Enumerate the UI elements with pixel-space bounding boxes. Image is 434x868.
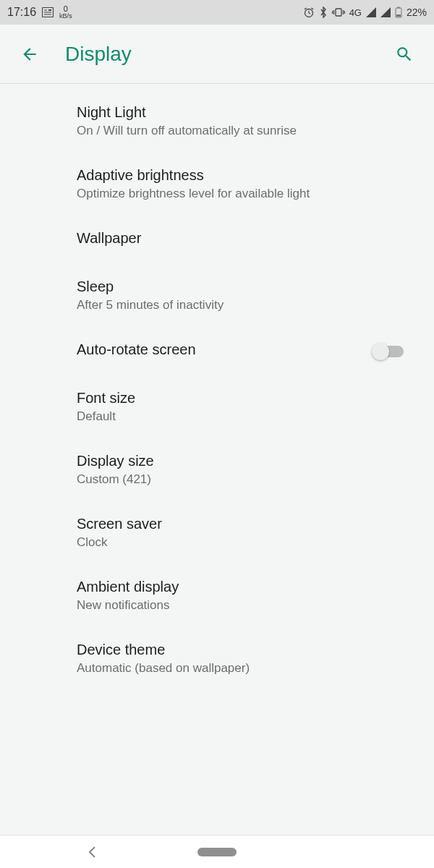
setting-text: Display sizeCustom (421) bbox=[77, 453, 417, 487]
setting-title: Ambient display bbox=[77, 579, 417, 595]
setting-text: Wallpaper bbox=[77, 230, 417, 250]
setting-text: Screen saverClock bbox=[77, 516, 417, 550]
setting-title: Auto-rotate screen bbox=[77, 341, 373, 358]
svg-rect-16 bbox=[397, 7, 399, 9]
toggle-switch[interactable] bbox=[373, 346, 404, 357]
back-button[interactable] bbox=[14, 39, 45, 69]
settings-list: Night LightOn / Will turn off automatica… bbox=[0, 84, 434, 696]
signal-icon-2 bbox=[380, 7, 391, 17]
setting-title: Sleep bbox=[77, 278, 417, 295]
setting-item[interactable]: Font sizeDefault bbox=[0, 375, 434, 438]
battery-percent: 22% bbox=[407, 7, 427, 18]
toggle-thumb bbox=[372, 343, 389, 360]
setting-item[interactable]: SleepAfter 5 minutes of inactivity bbox=[0, 264, 434, 327]
svg-line-8 bbox=[305, 8, 307, 9]
svg-line-9 bbox=[311, 8, 313, 9]
setting-item[interactable]: Auto-rotate screen bbox=[0, 327, 434, 375]
setting-text: SleepAfter 5 minutes of inactivity bbox=[77, 278, 417, 312]
nav-back-button[interactable] bbox=[87, 846, 97, 859]
setting-subtitle: After 5 minutes of inactivity bbox=[77, 298, 417, 312]
page-title: Display bbox=[65, 43, 389, 66]
status-left: 17:16 0 kB/s bbox=[7, 5, 72, 20]
setting-subtitle: Default bbox=[77, 409, 417, 424]
setting-item[interactable]: Screen saverClock bbox=[0, 501, 434, 564]
bluetooth-icon bbox=[319, 7, 328, 18]
setting-subtitle: Clock bbox=[77, 535, 417, 550]
setting-item[interactable]: Adaptive brightnessOptimize brightness l… bbox=[0, 153, 434, 216]
svg-rect-10 bbox=[336, 9, 341, 16]
setting-item[interactable]: Ambient displayNew notifications bbox=[0, 564, 434, 627]
setting-title: Font size bbox=[77, 390, 417, 407]
setting-item[interactable]: Display sizeCustom (421) bbox=[0, 438, 434, 501]
navigation-bar bbox=[0, 835, 434, 868]
network-label: 4G bbox=[349, 7, 362, 18]
setting-text: Ambient displayNew notifications bbox=[77, 579, 417, 613]
nav-home-pill[interactable] bbox=[197, 848, 237, 856]
setting-text: Auto-rotate screen bbox=[77, 341, 373, 361]
setting-item[interactable]: Device themeAutomatic (based on wallpape… bbox=[0, 627, 434, 690]
svg-rect-4 bbox=[48, 9, 51, 11]
setting-subtitle: New notifications bbox=[77, 598, 417, 613]
setting-title: Device theme bbox=[77, 642, 417, 658]
battery-icon bbox=[395, 7, 402, 18]
setting-item[interactable]: Wallpaper bbox=[0, 216, 434, 264]
news-icon bbox=[42, 7, 54, 17]
setting-subtitle: Custom (421) bbox=[77, 472, 417, 487]
search-button[interactable] bbox=[389, 39, 420, 69]
svg-line-7 bbox=[309, 13, 310, 14]
alarm-icon bbox=[303, 7, 315, 18]
setting-title: Display size bbox=[77, 453, 417, 469]
setting-title: Wallpaper bbox=[77, 230, 417, 247]
setting-title: Adaptive brightness bbox=[77, 167, 417, 184]
status-bar: 17:16 0 kB/s 4G 22% bbox=[0, 0, 434, 25]
signal-icon-1 bbox=[366, 7, 376, 17]
setting-subtitle: Automatic (based on wallpaper) bbox=[77, 661, 417, 676]
setting-text: Night LightOn / Will turn off automatica… bbox=[77, 104, 417, 138]
status-time: 17:16 bbox=[7, 6, 36, 19]
setting-subtitle: On / Will turn off automatically at sunr… bbox=[77, 124, 417, 138]
svg-rect-17 bbox=[396, 14, 401, 17]
setting-text: Device themeAutomatic (based on wallpape… bbox=[77, 642, 417, 676]
setting-text: Font sizeDefault bbox=[77, 390, 417, 424]
setting-title: Night Light bbox=[77, 104, 417, 121]
setting-subtitle: Optimize brightness level for available … bbox=[77, 187, 417, 201]
vibrate-icon bbox=[332, 7, 345, 17]
setting-text: Adaptive brightnessOptimize brightness l… bbox=[77, 167, 417, 201]
setting-item[interactable]: Night LightOn / Will turn off automatica… bbox=[0, 90, 434, 153]
status-right: 4G 22% bbox=[303, 7, 427, 18]
data-speed: 0 kB/s bbox=[59, 5, 72, 20]
setting-title: Screen saver bbox=[77, 516, 417, 532]
app-bar: Display bbox=[0, 25, 434, 84]
